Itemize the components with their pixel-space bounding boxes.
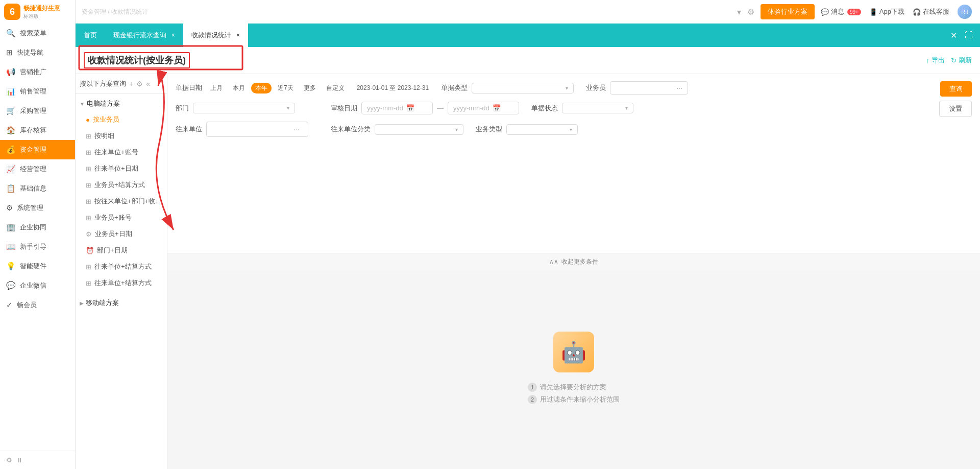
tab-close-all-btn[interactable]: ✕ — [946, 28, 961, 42]
date-tab-more[interactable]: 更多 — [300, 83, 320, 93]
sm-acct-label: 业务员+账号 — [94, 213, 132, 222]
finance-icon: 💰 — [6, 145, 16, 154]
export-btn[interactable]: ↑ 导出 — [926, 56, 945, 65]
sidebar-item-guide[interactable]: 📖 新手引导 — [0, 237, 75, 256]
sidebar-item-wechat[interactable]: 💬 企业微信 — [0, 276, 75, 295]
sidebar-item-operations[interactable]: 📈 经营管理 — [0, 159, 75, 179]
sidebar-item-vip[interactable]: ✓ 畅会员 — [0, 295, 75, 315]
vip-icon: ✓ — [6, 300, 13, 310]
tab-collection-label: 收款情况统计 — [191, 31, 231, 40]
headset-icon: 🎧 — [913, 8, 921, 16]
sidebar-enterprise-label: 企业协同 — [20, 223, 46, 232]
doctype-label: 单据类型 — [441, 83, 468, 92]
tab-bank[interactable]: 现金银行流水查询 × — [105, 24, 183, 47]
tab-collection-close[interactable]: × — [236, 32, 240, 39]
collapse-label: 收起更多条件 — [561, 257, 598, 266]
scheme-mobile-group-header[interactable]: ▶ 移动端方案 — [76, 295, 167, 311]
scheme-item-detail[interactable]: ⊞ 按明细 — [76, 128, 167, 144]
biz-type-label: 业务类型 — [476, 125, 502, 134]
date-label: 单据日期 — [176, 83, 202, 92]
sidebar-item-search[interactable]: 🔍 搜索菜单 — [0, 24, 75, 43]
nav-settings-icon[interactable]: ⚙ — [747, 7, 754, 17]
date-tab-custom[interactable]: 自定义 — [322, 83, 349, 93]
scheme-item-cp-settle1[interactable]: ⊞ 往来单位+结算方式 — [76, 259, 167, 275]
desktop-group-label: 电脑端方案 — [87, 99, 120, 108]
date-tab-lastmonth[interactable]: 上月 — [206, 83, 227, 93]
setting-btn[interactable]: 设置 — [939, 101, 972, 117]
review-date-start-text: yyyy-mm-dd — [367, 104, 403, 112]
counterpart-select[interactable]: ··· — [206, 122, 308, 137]
date-tab-7days[interactable]: 近7天 — [274, 83, 298, 93]
sidebar-item-system[interactable]: ⚙ 系统管理 — [0, 198, 75, 218]
date-tab-thismonth[interactable]: 本月 — [229, 83, 249, 93]
cp-category-select[interactable]: ▾ — [375, 124, 463, 135]
filter-content: 按以下方案查询 + ⚙ « ▼ 电脑端方案 ● — [76, 74, 980, 469]
sidebar-item-quicknav[interactable]: ⊞ 快捷导航 — [0, 43, 75, 62]
doc-status-select[interactable]: ▾ — [562, 103, 633, 113]
tab-collection[interactable]: 收款情况统计 × — [183, 24, 248, 47]
scheme-desktop-group-header[interactable]: ▼ 电脑端方案 — [76, 96, 167, 111]
biz-type-select[interactable]: ▾ — [506, 124, 578, 135]
doctype-select[interactable]: ▾ — [472, 83, 574, 93]
filter-right: 单据日期 上月 本月 本年 近7天 更多 自定义 — [167, 74, 980, 469]
review-date-end-text: yyyy-mm-dd — [453, 104, 489, 112]
sidebar-system-label: 系统管理 — [17, 203, 43, 213]
scheme-item-sm-settle[interactable]: ⊞ 业务员+结算方式 — [76, 177, 167, 193]
scheme-item-cp-date[interactable]: ⊞ 往来单位+日期 — [76, 160, 167, 177]
query-buttons: 查询 设置 — [931, 74, 980, 253]
trial-btn[interactable]: 体验行业方案 — [761, 4, 815, 19]
sidebar-item-purchase[interactable]: 🛒 采购管理 — [0, 101, 75, 121]
nav-dropdown-icon[interactable]: ▾ — [737, 7, 741, 17]
settings-bottom-icon[interactable]: ⚙ — [6, 456, 12, 464]
cp-settle2-label: 往来单位+结算方式 — [94, 278, 152, 288]
scheme-add-btn[interactable]: + — [129, 80, 133, 88]
detail-scheme-icon: ⊞ — [86, 132, 91, 140]
breadcrumb: 资金管理 / 收款情况统计 — [82, 8, 731, 16]
collapse-bar[interactable]: ∧∧ 收起更多条件 — [167, 253, 980, 270]
sidebar-item-enterprise[interactable]: 🏢 企业协同 — [0, 218, 75, 237]
sidebar-item-inventory[interactable]: 🏠 库存核算 — [0, 121, 75, 140]
sidebar-item-sales[interactable]: 📊 销售管理 — [0, 82, 75, 101]
company-name: 畅捷通好生意 — [23, 4, 60, 13]
dept-select[interactable]: ▾ — [193, 103, 295, 113]
export-icon: ↑ — [926, 57, 930, 64]
refresh-btn[interactable]: ↻ 刷新 — [951, 56, 972, 65]
tab-home[interactable]: 首页 — [76, 24, 105, 47]
app-download-nav[interactable]: 📱 App下载 — [869, 7, 904, 16]
sidebar-item-basic[interactable]: 📋 基础信息 — [0, 179, 75, 198]
counterpart-more-btn[interactable]: ··· — [290, 124, 303, 134]
sales-icon: 📊 — [6, 87, 16, 96]
tab-bank-close[interactable]: × — [172, 32, 175, 39]
scheme-setting-btn[interactable]: ⚙ — [136, 80, 143, 88]
review-date-start[interactable]: yyyy-mm-dd 📅 — [361, 102, 433, 114]
scheme-item-sm-date[interactable]: ⚙ 业务员+日期 — [76, 226, 167, 242]
scheme-item-sm-acct[interactable]: ⊞ 业务员+账号 — [76, 209, 167, 226]
dept-date-icon: ⏰ — [86, 247, 94, 254]
collapse-up-icon: ∧∧ — [549, 258, 558, 265]
user-avatar[interactable]: Rit — [958, 5, 972, 19]
scheme-item-dept-date[interactable]: ⏰ 部门+日期 — [76, 242, 167, 259]
scheme-item-salesman[interactable]: ● 按业务员 — [76, 111, 167, 128]
scheme-collapse-btn[interactable]: « — [146, 80, 150, 88]
scheme-item-cp-settle2[interactable]: ⊞ 往来单位+结算方式 — [76, 275, 167, 291]
empty-state: 🤖 1 请先选择要分析的方案 2 用过滤条件来缩小分析范 — [528, 332, 620, 407]
date-tab-thisyear[interactable]: 本年 — [251, 83, 272, 93]
cp-settle1-icon: ⊞ — [86, 263, 91, 271]
cp-category-arrow: ▾ — [455, 127, 458, 132]
salesman-more-icon[interactable]: ··· — [676, 84, 682, 92]
query-btn[interactable]: 查询 — [940, 81, 972, 97]
collapse-sidebar-icon[interactable]: ⏸ — [16, 456, 23, 464]
sidebar-item-finance[interactable]: 💰 资金管理 — [0, 140, 75, 159]
scheme-item-cp-dept[interactable]: ⊞ 按往来单位+部门+收... — [76, 193, 167, 209]
salesman-select[interactable]: ··· — [610, 81, 688, 95]
review-date-end[interactable]: yyyy-mm-dd 📅 — [448, 102, 519, 114]
filter-fields: 单据日期 上月 本月 本年 近7天 更多 自定义 — [167, 74, 931, 253]
result-area: 🤖 1 请先选择要分析的方案 2 用过滤条件来缩小分析范 — [167, 270, 980, 470]
message-icon: 💬 — [821, 8, 829, 16]
message-nav[interactable]: 💬 消息 99+ — [821, 7, 861, 16]
tab-expand-btn[interactable]: ⛶ — [962, 28, 976, 42]
online-service-nav[interactable]: 🎧 在线客服 — [913, 7, 949, 16]
scheme-item-cp-acct[interactable]: ⊞ 往来单位+账号 — [76, 144, 167, 160]
sidebar-item-marketing[interactable]: 📢 营销推广 — [0, 62, 75, 82]
sidebar-item-hardware[interactable]: 💡 智能硬件 — [0, 256, 75, 276]
